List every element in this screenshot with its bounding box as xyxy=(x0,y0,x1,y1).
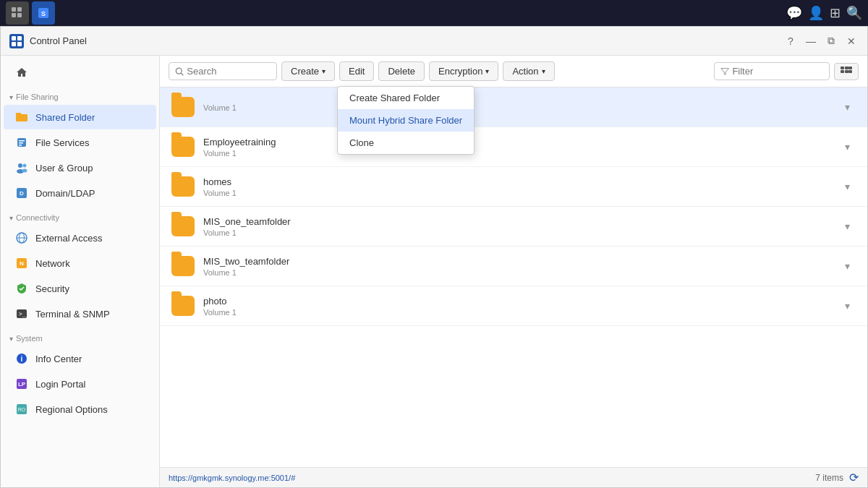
sidebar-item-shared-folder[interactable]: Shared Folder xyxy=(4,105,156,129)
svg-rect-37 xyxy=(848,67,852,69)
svg-rect-36 xyxy=(845,67,848,69)
chevron-down-icon: ▾ xyxy=(9,93,13,101)
external-access-icon xyxy=(15,231,28,244)
table-row[interactable]: MIS_one_teamfolder Volume 1 ▾ xyxy=(160,207,867,247)
sidebar-item-network-label: Network xyxy=(35,258,70,269)
sidebar-item-domain-ldap[interactable]: D Domain/LDAP xyxy=(4,181,156,205)
user-icon[interactable]: 👤 xyxy=(808,5,824,21)
sidebar-item-login-portal[interactable]: LP Login Portal xyxy=(4,372,156,396)
svg-rect-2 xyxy=(12,13,16,17)
file-name: photo xyxy=(203,296,839,307)
expand-icon[interactable]: ▾ xyxy=(839,138,856,155)
svg-point-14 xyxy=(18,163,22,168)
encryption-dropdown-arrow: ▾ xyxy=(485,67,489,75)
filter-input[interactable] xyxy=(732,66,823,77)
sidebar-item-security-label: Security xyxy=(35,283,69,294)
filter-icon xyxy=(720,67,729,77)
expand-icon[interactable]: ▾ xyxy=(839,178,856,195)
sidebar-item-security[interactable]: Security xyxy=(4,276,156,301)
file-volume: Volume 1 xyxy=(203,189,839,197)
file-info: MIS_one_teamfolder Volume 1 xyxy=(203,216,839,237)
folder-icon xyxy=(171,137,195,157)
expand-icon[interactable]: ▾ xyxy=(839,297,856,314)
taskbar-left: S xyxy=(6,1,55,25)
users-icon xyxy=(15,161,28,174)
window-controls: ? — ⧉ ✕ xyxy=(783,34,859,48)
delete-button[interactable]: Delete xyxy=(378,61,425,81)
file-info: photo Volume 1 xyxy=(203,296,839,317)
create-button[interactable]: Create ▾ xyxy=(281,61,335,81)
view-toggle-button[interactable] xyxy=(834,63,859,80)
sidebar-item-regional-options[interactable]: RO Regional Options xyxy=(4,397,156,421)
file-volume: Volume 1 xyxy=(203,149,839,158)
sidebar-item-external-access-label: External Access xyxy=(35,233,103,244)
section-system[interactable]: ▾ System xyxy=(1,327,159,346)
help-button[interactable]: ? xyxy=(783,34,798,48)
network-icon: N xyxy=(15,257,28,270)
edit-button[interactable]: Edit xyxy=(339,61,374,81)
grid-app-icon[interactable] xyxy=(6,1,29,25)
table-row[interactable]: homes Volume 1 ▾ xyxy=(160,167,867,207)
section-connectivity[interactable]: ▾ Connectivity xyxy=(1,206,159,225)
svg-rect-11 xyxy=(19,140,25,142)
search-box[interactable] xyxy=(169,62,277,80)
file-volume: Volume 1 xyxy=(203,308,839,317)
close-button[interactable]: ✕ xyxy=(844,34,859,48)
sidebar-item-network[interactable]: N Network xyxy=(4,251,156,275)
expand-icon[interactable]: ▾ xyxy=(839,218,856,235)
table-row[interactable]: photo Volume 1 ▾ xyxy=(160,286,867,326)
file-volume: Volume 1 xyxy=(203,228,839,237)
table-row[interactable]: MIS_two_teamfolder Volume 1 ▾ xyxy=(160,247,867,286)
folder-icon xyxy=(15,111,28,124)
file-volume: Volume 1 xyxy=(203,103,839,112)
folder-icon xyxy=(171,216,195,236)
section-file-sharing[interactable]: ▾ File Sharing xyxy=(1,85,159,104)
dropdown-item-clone[interactable]: Clone xyxy=(338,132,474,154)
restore-button[interactable]: ⧉ xyxy=(824,34,838,48)
dropdown-item-create-shared-folder-label: Create Shared Folder xyxy=(349,93,440,103)
svg-rect-9 xyxy=(17,42,22,46)
sidebar-item-terminal-snmp[interactable]: >_ Terminal & SNMP xyxy=(4,301,156,326)
action-button-label: Action xyxy=(512,66,538,77)
expand-icon[interactable]: ▾ xyxy=(839,98,856,116)
svg-rect-6 xyxy=(12,36,16,40)
expand-icon[interactable]: ▾ xyxy=(839,257,856,275)
control-panel-window: Control Panel ? — ⧉ ✕ ▾ File Sharing xyxy=(0,26,868,488)
security-icon xyxy=(15,282,28,295)
svg-line-34 xyxy=(181,73,183,75)
grid-icon[interactable]: ⊞ xyxy=(830,5,841,21)
table-row[interactable]: Volume 1 ▾ xyxy=(160,87,867,127)
home-icon xyxy=(15,66,28,79)
refresh-button[interactable]: ⟳ xyxy=(849,471,859,484)
content-area: Create ▾ Edit Delete Encryption ▾ Action… xyxy=(160,56,867,487)
svg-point-16 xyxy=(23,164,27,168)
action-button[interactable]: Action ▾ xyxy=(503,61,554,81)
file-info: MIS_two_teamfolder Volume 1 xyxy=(203,256,839,277)
chat-icon[interactable]: 💬 xyxy=(786,5,802,21)
svg-rect-38 xyxy=(841,70,844,73)
svg-rect-13 xyxy=(19,145,22,146)
sidebar-item-shared-folder-label: Shared Folder xyxy=(35,112,95,123)
sidebar-item-file-services[interactable]: File Services xyxy=(4,130,156,155)
sidebar-home[interactable] xyxy=(4,60,156,85)
dropdown-item-mount-hybrid[interactable]: Mount Hybrid Share Folder xyxy=(338,109,474,132)
create-dropdown-menu: Create Shared Folder Mount Hybrid Share … xyxy=(337,86,475,155)
sidebar-item-external-access[interactable]: External Access xyxy=(4,226,156,250)
sidebar-item-info-center[interactable]: i Info Center xyxy=(4,346,156,371)
encryption-button[interactable]: Encryption ▾ xyxy=(429,61,498,81)
svg-rect-12 xyxy=(19,142,23,144)
dropdown-item-create-shared-folder[interactable]: Create Shared Folder xyxy=(338,87,474,109)
sidebar-item-user-group[interactable]: User & Group xyxy=(4,155,156,180)
minimize-button[interactable]: — xyxy=(804,34,818,48)
table-row[interactable]: Employeetraining Volume 1 ▾ xyxy=(160,127,867,167)
file-list: Volume 1 ▾ Employeetraining Volume 1 ▾ xyxy=(160,87,867,467)
search-input[interactable] xyxy=(187,66,271,77)
search-icon[interactable]: 🔍 xyxy=(846,5,862,21)
svg-point-33 xyxy=(176,68,182,74)
folder-icon xyxy=(171,176,195,197)
blue-app-icon[interactable]: S xyxy=(32,1,55,25)
folder-icon xyxy=(171,256,195,276)
search-icon xyxy=(175,67,184,77)
create-dropdown-arrow: ▾ xyxy=(322,67,326,75)
filter-box[interactable] xyxy=(714,62,830,80)
